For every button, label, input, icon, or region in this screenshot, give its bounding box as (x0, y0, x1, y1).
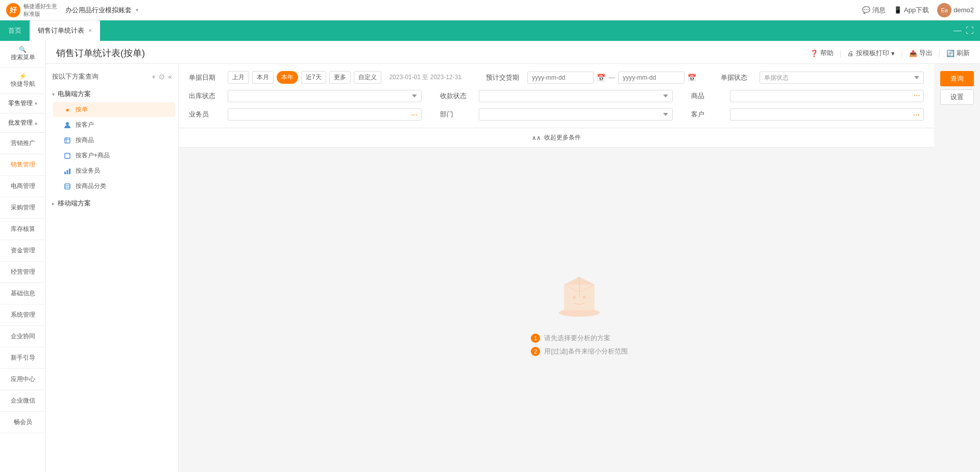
scheme-item-by-category[interactable]: 按商品分类 (53, 179, 175, 194)
pc-scheme-label: 电脑端方案 (58, 89, 91, 99)
tab-active-label: 销售订单统计表 (38, 26, 84, 35)
sidebar-item-ecommerce[interactable]: 电商管理 (0, 176, 45, 197)
edit-scheme-icon[interactable]: ⊙ (159, 73, 165, 81)
scheme-item-by-customer[interactable]: 按客户 (53, 117, 175, 132)
ship-status-select[interactable] (228, 90, 422, 102)
sidebar-item-enterprise[interactable]: 企业协同 (0, 326, 45, 347)
collapse-panel-icon[interactable]: « (168, 73, 172, 81)
add-scheme-icon[interactable]: + (152, 73, 156, 81)
help-button[interactable]: ❓ 帮助 (810, 49, 834, 58)
print-dropdown-icon[interactable]: ▾ (891, 50, 895, 57)
settings-button[interactable]: 设置 (940, 89, 974, 105)
user-menu[interactable]: Ea demo2 (937, 3, 974, 17)
left-panel: 按以下方案查询 + ⊙ « ▾ 电脑端方案 ● 按单 (46, 64, 179, 472)
app-download-button[interactable]: 📱 App下载 (894, 6, 929, 15)
print-button[interactable]: 🖨 按模板打印 ▾ (847, 49, 895, 58)
scheme-by-customer-goods-label: 按客户+商品 (76, 151, 110, 160)
date-btn-last7[interactable]: 近7天 (301, 71, 326, 84)
customer-more-icon[interactable]: ··· (913, 110, 920, 120)
svg-rect-5 (69, 169, 70, 174)
divider2: | (901, 50, 902, 57)
sidebar-item-operations[interactable]: 经营管理 (0, 262, 45, 283)
mobile-scheme-section[interactable]: ▸ 移动端方案 (46, 196, 178, 211)
goods-input[interactable] (730, 90, 924, 102)
scheme-item-by-goods[interactable]: 按商品 (53, 133, 175, 148)
status-select[interactable]: 单据状态 (760, 72, 924, 84)
sidebar-item-app-center[interactable]: 应用中心 (0, 369, 45, 390)
calendar-end-icon[interactable]: 📅 (688, 74, 696, 82)
export-button[interactable]: 📤 导出 (909, 49, 933, 58)
sidebar-item-sales[interactable]: 销售管理 (0, 154, 45, 176)
department-select[interactable] (479, 108, 673, 121)
tab-home[interactable]: 首页 (0, 20, 30, 41)
customer-wrapper: ··· (730, 108, 924, 121)
sidebar-item-system[interactable]: 系统管理 (0, 304, 45, 326)
empty-tip-1: 1 请先选择要分析的方案 (531, 334, 627, 343)
sidebar-item-newbie[interactable]: 新手引导 (0, 347, 45, 369)
top-bar-left: 好 畅捷通好生意 标准版 办公用品行业模拟账套 ▾ (6, 3, 138, 17)
date-btn-group: 上月 本月 本年 近7天 更多 自定义 (228, 71, 381, 84)
logo-icon: 好 (6, 3, 20, 17)
sidebar-item-wholesale[interactable]: 批发管理 ▴ (0, 113, 45, 133)
date-btn-this-month[interactable]: 本月 (252, 71, 274, 84)
department-label: 部门 (440, 110, 471, 119)
tab-bar-actions: — ⛶ (953, 26, 980, 35)
date-btn-this-year[interactable]: 本年 (277, 71, 298, 84)
sidebar-item-member[interactable]: 畅会员 (0, 412, 45, 433)
scheme-item-by-salesperson[interactable]: 按业务员 (53, 163, 175, 178)
salesperson-label: 业务员 (189, 110, 219, 119)
date-btn-last-month[interactable]: 上月 (228, 71, 249, 84)
sidebar-item-purchase[interactable]: 采购管理 (0, 197, 45, 219)
sidebar-item-quick-nav[interactable]: ⚡ 快捷导航 (0, 67, 45, 94)
expected-date-group: 📅 — 📅 (527, 72, 696, 84)
tab-maximize-icon[interactable]: ⛶ (966, 26, 974, 35)
page-title: 销售订单统计表(按单) (56, 47, 145, 59)
date-btn-more[interactable]: 更多 (329, 71, 351, 84)
tip-text-1: 请先选择要分析的方案 (544, 334, 610, 343)
sidebar-item-marketing[interactable]: 营销推广 (0, 133, 45, 154)
tab-active[interactable]: 销售订单统计表 × (30, 20, 100, 41)
collapse-button[interactable]: ∧∧ 收起更多条件 (532, 133, 581, 142)
avatar: Ea (937, 3, 951, 17)
date-range-text: 2023-01-01 至 2023-12-31 (389, 73, 461, 82)
expected-date-end[interactable] (618, 72, 684, 84)
scheme-item-by-order[interactable]: ● 按单 (53, 102, 175, 117)
pay-status-select[interactable] (479, 90, 673, 102)
sidebar-item-search[interactable]: 🔍 搜索菜单 (0, 41, 45, 67)
sidebar-item-wechat[interactable]: 企业微信 (0, 390, 45, 412)
tab-minimize-icon[interactable]: — (953, 26, 962, 35)
app-title-dropdown-icon[interactable]: ▾ (136, 7, 138, 13)
goods-more-icon[interactable]: ··· (914, 91, 920, 100)
customer-input[interactable] (730, 108, 924, 121)
expected-date-start[interactable] (527, 72, 594, 84)
sidebar-item-inventory[interactable]: 库存核算 (0, 219, 45, 240)
sidebar-item-finance[interactable]: 资金管理 (0, 240, 45, 262)
wholesale-arrow-icon: ▴ (35, 120, 37, 126)
top-bar: 好 畅捷通好生意 标准版 办公用品行业模拟账套 ▾ 💬 消息 📱 App下载 E… (0, 0, 980, 20)
tab-close-icon[interactable]: × (88, 27, 92, 34)
top-bar-right: 💬 消息 📱 App下载 Ea demo2 (862, 3, 974, 17)
filter-area: 单据日期 上月 本月 本年 近7天 更多 自定义 (179, 64, 934, 128)
divider3: | (939, 50, 940, 57)
message-button[interactable]: 💬 消息 (862, 6, 886, 15)
logo-area: 好 畅捷通好生意 标准版 (6, 3, 57, 17)
goods-label: 商品 (691, 91, 722, 101)
sidebar-item-basic[interactable]: 基础信息 (0, 283, 45, 304)
scheme-item-by-customer-goods[interactable]: 按客户+商品 (53, 148, 175, 163)
salesperson-input[interactable] (228, 108, 422, 121)
ship-status-wrapper (228, 90, 422, 102)
empty-illustration (549, 264, 610, 325)
query-button[interactable]: 查询 (940, 71, 974, 86)
quick-nav-icon: ⚡ (19, 73, 27, 80)
refresh-button[interactable]: 🔄 刷新 (946, 49, 970, 58)
salesperson-more-icon[interactable]: ··· (411, 110, 418, 120)
date-btn-custom[interactable]: 自定义 (354, 71, 381, 84)
empty-state: 1 请先选择要分析的方案 2 用[过滤]条件来缩小分析范围 (179, 148, 980, 472)
mobile-scheme-label: 移动端方案 (58, 199, 91, 208)
calendar-start-icon[interactable]: 📅 (597, 74, 605, 82)
collapse-bar[interactable]: ∧∧ 收起更多条件 (179, 128, 934, 148)
scheme-by-goods-label: 按商品 (76, 136, 94, 145)
sidebar-item-retail[interactable]: 零售管理 ▾ (0, 94, 45, 113)
pc-scheme-section[interactable]: ▾ 电脑端方案 (46, 86, 178, 102)
retail-arrow-icon: ▾ (35, 101, 37, 106)
